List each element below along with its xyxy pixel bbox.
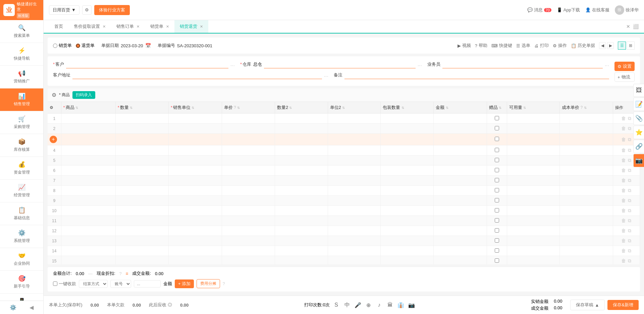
doc-action-video[interactable]: ▶ 视频 xyxy=(458,43,471,49)
copy-btn[interactable]: ⧉ xyxy=(628,188,631,193)
sort-amount[interactable]: ⇅ xyxy=(446,106,448,110)
avail-cell[interactable] xyxy=(507,155,560,166)
sort-unit2[interactable]: ⇅ xyxy=(342,106,345,110)
unit2-cell[interactable] xyxy=(328,166,381,176)
cost-cell[interactable] xyxy=(560,246,613,256)
qty2-cell[interactable] xyxy=(275,145,328,155)
product-input[interactable] xyxy=(63,126,113,131)
product-input[interactable] xyxy=(63,188,113,193)
qty2-cell[interactable] xyxy=(275,176,328,186)
cost-help-icon[interactable]: ? xyxy=(581,105,583,110)
app-download-btn[interactable]: 📱 App下载 xyxy=(557,7,580,13)
product-input[interactable] xyxy=(63,259,113,263)
qty-cell[interactable] xyxy=(115,236,168,246)
price-cell[interactable] xyxy=(222,166,275,176)
product-input[interactable] xyxy=(63,148,113,153)
gift-cell[interactable] xyxy=(487,124,507,134)
copy-btn[interactable]: ⧉ xyxy=(628,147,631,153)
delete-btn[interactable]: 🗑 xyxy=(621,258,626,264)
sidebar-collapse-btn[interactable]: ◀ xyxy=(30,304,34,311)
topbar-gear-btn[interactable]: ⚙ xyxy=(82,5,92,15)
sidebar-item-search[interactable]: 🔍 搜索菜单 xyxy=(0,20,43,43)
avail-cell[interactable] xyxy=(507,114,560,124)
warehouse-input[interactable] xyxy=(264,60,416,68)
amount-input[interactable] xyxy=(436,116,484,121)
unit2-cell[interactable] xyxy=(328,246,381,256)
cost-cell[interactable] xyxy=(560,196,613,206)
gift-checkbox[interactable] xyxy=(495,137,499,141)
product-cell[interactable] xyxy=(61,246,115,256)
calendar-icon[interactable]: 📅 xyxy=(145,43,151,48)
amount-cell[interactable] xyxy=(434,256,487,265)
product-input[interactable] xyxy=(63,116,113,121)
copy-btn[interactable]: ⧉ xyxy=(628,116,631,121)
sort-qty[interactable]: ⇅ xyxy=(130,106,132,110)
product-cell[interactable] xyxy=(61,114,115,124)
unit-cell[interactable] xyxy=(168,124,222,134)
price-cell[interactable] xyxy=(222,145,275,155)
gift-cell[interactable] xyxy=(487,216,507,226)
sort-avail[interactable]: ⇅ xyxy=(523,106,526,110)
view-list-btn[interactable]: ☰ xyxy=(618,42,626,50)
qty-cell[interactable] xyxy=(115,176,168,186)
sort-product[interactable]: ⇅ xyxy=(75,106,78,110)
product-input[interactable] xyxy=(63,208,113,213)
gift-cell[interactable] xyxy=(487,176,507,186)
tab-price-close[interactable]: ✕ xyxy=(103,24,106,29)
gift-checkbox[interactable] xyxy=(495,198,499,202)
copy-btn[interactable]: ⧉ xyxy=(628,238,631,244)
delete-btn[interactable]: 🗑 xyxy=(621,228,626,234)
cost-cell[interactable] xyxy=(560,176,613,186)
qty-cell[interactable] xyxy=(115,196,168,206)
cost-cell[interactable] xyxy=(560,166,613,176)
sort-qty2[interactable]: ⇅ xyxy=(289,106,292,110)
qty-cell[interactable] xyxy=(115,145,168,155)
warehouse-dots[interactable]: ... xyxy=(418,61,422,67)
qty2-cell[interactable] xyxy=(275,256,328,265)
sort-gift[interactable]: ⇅ xyxy=(499,106,501,110)
gift-cell[interactable] xyxy=(487,134,507,145)
avail-cell[interactable] xyxy=(507,145,560,155)
product-input[interactable] xyxy=(63,229,113,233)
unit-price-help-icon[interactable]: ? xyxy=(234,105,236,110)
floating-star-btn[interactable]: ⭐ xyxy=(633,126,644,139)
unit-cell[interactable] xyxy=(168,236,222,246)
delete-btn[interactable]: 🗑 xyxy=(621,168,626,173)
gift-checkbox[interactable] xyxy=(495,116,499,120)
pack-cell[interactable] xyxy=(381,186,434,196)
sidebar-item-basic[interactable]: 📋 基础信息 xyxy=(0,202,43,225)
gift-cell[interactable] xyxy=(487,196,507,206)
gift-checkbox[interactable] xyxy=(495,208,499,212)
qty2-cell[interactable] xyxy=(275,124,328,134)
experience-btn[interactable]: 体验行业方案 xyxy=(94,5,130,15)
product-cell[interactable] xyxy=(61,166,115,176)
unit2-input[interactable] xyxy=(330,116,379,121)
tab-return-close[interactable]: ✕ xyxy=(200,24,203,29)
gift-cell[interactable] xyxy=(487,256,507,265)
gift-checkbox[interactable] xyxy=(495,258,499,263)
product-cell[interactable] xyxy=(61,226,115,236)
qty-cell[interactable] xyxy=(115,206,168,216)
next-btn[interactable]: ▶ xyxy=(607,42,614,49)
tab-sales-close[interactable]: ✕ xyxy=(166,24,169,29)
product-input[interactable] xyxy=(63,158,113,163)
gift-checkbox[interactable] xyxy=(495,126,499,130)
unit2-cell[interactable] xyxy=(328,226,381,236)
copy-btn[interactable]: ⧉ xyxy=(628,218,631,224)
sidebar-item-system[interactable]: ⚙️ 系统管理 xyxy=(0,225,43,248)
product-input[interactable] xyxy=(63,178,113,183)
industry-select[interactable]: 日用百货 ▼ xyxy=(49,5,79,15)
save-new-btn[interactable]: 保存&新增 xyxy=(607,300,639,310)
product-input[interactable] xyxy=(63,249,113,253)
logistics-btn[interactable]: + 物流 xyxy=(614,72,635,82)
product-input[interactable] xyxy=(63,218,113,223)
delete-btn[interactable]: 🗑 xyxy=(621,208,626,213)
unit-cell[interactable] xyxy=(168,216,222,226)
unit-cell[interactable] xyxy=(168,166,222,176)
price-cell[interactable] xyxy=(222,216,275,226)
pack-input[interactable] xyxy=(383,116,431,121)
user-menu[interactable]: 徐 徐泽华 xyxy=(615,5,639,15)
staff-input[interactable] xyxy=(442,60,603,68)
pack-cell[interactable] xyxy=(381,206,434,216)
gift-cell[interactable] xyxy=(487,145,507,155)
